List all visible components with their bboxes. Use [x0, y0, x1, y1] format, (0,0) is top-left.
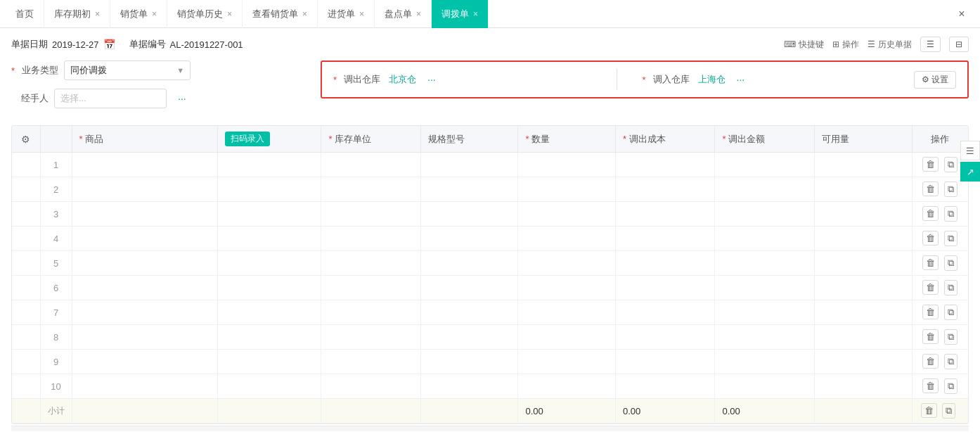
shortcut-icon: ⌨	[784, 39, 796, 49]
row-copy-6[interactable]: ⧉	[944, 280, 958, 295]
operation-button[interactable]: ⊞ 操作	[832, 39, 859, 51]
handler-label: 经手人	[21, 92, 49, 105]
table-row: 3 🗑 ⧉	[12, 202, 968, 227]
subtotal-label: 小计	[40, 399, 72, 423]
layout-grid-button[interactable]: ⊟	[949, 37, 969, 52]
scan-button[interactable]: 扫码录入	[225, 132, 270, 146]
grid-icon: ⊞	[832, 39, 839, 49]
table-row: 10 🗑 ⧉	[12, 374, 968, 399]
subtotal-cost: 0.00	[616, 399, 715, 423]
doc-date-value: 2019-12-27	[52, 39, 99, 50]
shortcut-button[interactable]: ⌨ 快捷键	[784, 39, 824, 51]
handler-row: 经手人 选择... ···	[11, 89, 321, 108]
warehouse-settings-button[interactable]: ⚙ 设置	[914, 71, 956, 89]
col-amount-header: * 调出金额	[715, 126, 814, 153]
col-settings: ⚙	[12, 126, 40, 153]
tab-close-inventory-init[interactable]: ×	[95, 9, 100, 19]
target-warehouse-required: *	[643, 75, 646, 85]
subtotal-copy-button[interactable]: ⧉	[942, 403, 955, 419]
target-warehouse-more-button[interactable]: ···	[737, 74, 745, 85]
row-delete-7[interactable]: 🗑	[922, 305, 939, 319]
tab-close-inventory-check[interactable]: ×	[416, 9, 421, 19]
col-cost-header: * 调出成本	[616, 126, 715, 153]
col-product-header: * 商品	[72, 126, 218, 153]
row-copy-9[interactable]: ⧉	[944, 354, 958, 369]
row-num-4: 4	[40, 227, 72, 251]
source-warehouse-required: *	[333, 75, 337, 85]
tab-transfer[interactable]: 调拨单 ×	[432, 0, 489, 28]
col-num	[40, 126, 72, 153]
table-row: 1 🗑 ⧉	[12, 153, 968, 177]
row-copy-5[interactable]: ⧉	[944, 255, 958, 271]
row-num-8: 8	[40, 325, 72, 350]
row-delete-10[interactable]: 🗑	[922, 378, 939, 393]
tab-close-transfer[interactable]: ×	[473, 9, 478, 19]
row-copy-2[interactable]: ⧉	[944, 181, 958, 197]
row-delete-2[interactable]: 🗑	[922, 181, 939, 196]
tab-close-view-sales[interactable]: ×	[302, 9, 307, 19]
table-row: 5 🗑 ⧉	[12, 251, 968, 276]
row-copy-1[interactable]: ⧉	[944, 157, 958, 172]
table-settings-icon[interactable]: ⚙	[21, 134, 30, 145]
doc-header-right: ⌨ 快捷键 ⊞ 操作 ☰ 历史单据 ☰ ⊟	[784, 37, 969, 52]
row-delete-5[interactable]: 🗑	[922, 255, 939, 270]
form-section: * 业务类型 同价调拨 ▼ 经手人 选择... ··· * 调出仓库 北京仓	[11, 60, 969, 117]
doc-number-value: AL-20191227-001	[170, 39, 243, 50]
row-delete-9[interactable]: 🗑	[922, 354, 939, 369]
row-copy-4[interactable]: ⧉	[944, 231, 958, 246]
layout-list-button[interactable]: ☰	[920, 37, 941, 52]
right-panel: ☰ ↗	[960, 141, 980, 181]
tab-purchase[interactable]: 进货单 ×	[318, 0, 375, 28]
row-num-10: 10	[40, 374, 72, 399]
row-num-9: 9	[40, 350, 72, 374]
target-warehouse-value: 上海仓	[698, 73, 726, 86]
handler-input[interactable]: 选择...	[54, 89, 167, 108]
calendar-icon[interactable]: 📅	[103, 39, 115, 50]
tab-inventory-init[interactable]: 库存期初 ×	[44, 0, 110, 28]
row-copy-8[interactable]: ⧉	[944, 329, 958, 345]
tab-close-sales-history[interactable]: ×	[227, 9, 232, 19]
tab-sales-order[interactable]: 销货单 ×	[110, 0, 167, 28]
tab-view-sales[interactable]: 查看销货单 ×	[243, 0, 318, 28]
row-num-3: 3	[40, 202, 72, 227]
source-warehouse-more-button[interactable]: ···	[427, 74, 436, 85]
tab-close-purchase[interactable]: ×	[359, 9, 364, 19]
table-row: 2 🗑 ⧉	[12, 177, 968, 202]
subtotal-delete-button[interactable]: 🗑	[921, 403, 937, 418]
table-row: 9 🗑 ⧉	[12, 350, 968, 374]
handler-placeholder: 选择...	[60, 93, 86, 103]
tab-sales-history[interactable]: 销货单历史 ×	[167, 0, 243, 28]
grid2-icon: ⊟	[955, 39, 962, 49]
settings-icon: ⚙	[922, 75, 929, 84]
row-delete-6[interactable]: 🗑	[922, 280, 939, 295]
row-num-7: 7	[40, 300, 72, 325]
history-icon: ☰	[868, 39, 875, 49]
row-num-6: 6	[40, 276, 72, 300]
horizontal-scrollbar[interactable]	[11, 426, 969, 431]
window-close-button[interactable]: ×	[949, 0, 974, 28]
row-delete-3[interactable]: 🗑	[922, 206, 939, 221]
business-type-row: * 业务类型 同价调拨 ▼	[11, 60, 321, 80]
history-button[interactable]: ☰ 历史单据	[868, 39, 912, 51]
tab-close-sales-order[interactable]: ×	[152, 9, 157, 19]
row-delete-1[interactable]: 🗑	[922, 157, 939, 172]
business-type-select[interactable]: 同价调拨 ▼	[64, 60, 191, 80]
panel-export-button[interactable]: ↗	[960, 162, 980, 181]
row-copy-10[interactable]: ⧉	[944, 378, 958, 394]
row-copy-3[interactable]: ⧉	[944, 206, 958, 222]
panel-list-button[interactable]: ☰	[960, 141, 980, 160]
document-header: 单据日期 2019-12-27 📅 单据编号 AL-20191227-001 ⌨…	[11, 37, 969, 52]
row-copy-7[interactable]: ⧉	[944, 305, 958, 320]
col-scan-header: 扫码录入	[218, 126, 321, 153]
list-icon: ☰	[927, 39, 934, 49]
row-delete-8[interactable]: 🗑	[922, 329, 939, 344]
tab-inventory-check[interactable]: 盘点单 ×	[375, 0, 432, 28]
row-delete-4[interactable]: 🗑	[922, 231, 939, 246]
handler-more-button[interactable]: ···	[178, 93, 186, 104]
tab-home[interactable]: 首页	[6, 0, 44, 28]
form-left: * 业务类型 同价调拨 ▼ 经手人 选择... ···	[11, 60, 321, 117]
doc-header-left: 单据日期 2019-12-27 📅 单据编号 AL-20191227-001	[11, 38, 243, 51]
row-num-5: 5	[40, 251, 72, 276]
source-warehouse-field: * 调出仓库 北京仓 ···	[333, 73, 591, 86]
target-warehouse-field: * 调入仓库 上海仓 ···	[643, 73, 901, 86]
